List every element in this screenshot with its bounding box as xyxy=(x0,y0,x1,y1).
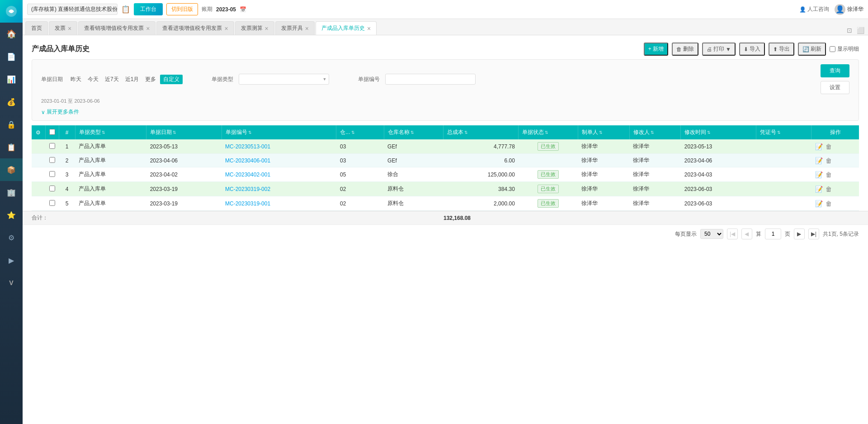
row-no: 3 xyxy=(59,167,75,182)
row-delete-button[interactable]: 🗑 xyxy=(826,143,832,150)
tab-sales-vat-close[interactable]: × xyxy=(146,25,150,32)
page-number-input[interactable] xyxy=(765,229,781,239)
print-button[interactable]: 🖨 打印 ▼ xyxy=(702,43,736,56)
row-number-link[interactable]: MC-20230513-001 xyxy=(225,143,270,150)
user-info[interactable]: 👤 徐泽华 xyxy=(835,4,863,15)
sidebar-item-inventory[interactable]: 📦 xyxy=(0,158,23,181)
row-checkbox[interactable] xyxy=(49,186,55,191)
row-delete-button[interactable]: 🗑 xyxy=(826,171,832,178)
last7days-btn[interactable]: 近7天 xyxy=(103,75,121,84)
th-cost[interactable]: 总成本⇅ xyxy=(443,125,518,139)
window-maximize-button[interactable]: ⬜ xyxy=(856,26,865,35)
th-modifier[interactable]: 修改人⇅ xyxy=(629,125,681,139)
tab-invoice-calc-close[interactable]: × xyxy=(265,25,269,32)
th-warehouse-name[interactable]: 仓库名称⇅ xyxy=(384,125,443,139)
sidebar-item-play[interactable]: ▶ xyxy=(0,249,23,272)
row-edit-button[interactable]: 📝 xyxy=(815,200,823,207)
sidebar-item-documents[interactable]: 📄 xyxy=(0,45,23,68)
import-button[interactable]: ⬇ 导入 xyxy=(739,43,765,56)
tab-purchase-vat[interactable]: 查看进项增值税专用发票 × xyxy=(156,21,234,35)
row-date: 2023-03-19 xyxy=(146,182,222,196)
th-warehouse-code[interactable]: 仓...⇅ xyxy=(336,125,384,139)
select-all-checkbox[interactable] xyxy=(49,129,55,135)
window-restore-button[interactable]: ⊡ xyxy=(846,26,853,35)
delete-button[interactable]: 🗑 删除 xyxy=(672,43,698,56)
tab-home[interactable]: 首页 xyxy=(25,21,48,35)
row-edit-button[interactable]: 📝 xyxy=(815,186,823,193)
more-btn[interactable]: 更多 xyxy=(143,75,158,84)
row-checkbox-cell xyxy=(45,167,59,182)
row-checkbox[interactable] xyxy=(49,200,55,206)
sidebar-item-star[interactable]: ⭐ xyxy=(0,204,23,226)
last-page-button[interactable]: ▶| xyxy=(808,229,819,239)
sidebar-item-version[interactable]: V xyxy=(0,272,23,294)
help-button[interactable]: 👤 人工咨询 xyxy=(799,5,829,13)
query-button[interactable]: 查询 xyxy=(821,64,849,77)
first-page-button[interactable]: |◀ xyxy=(727,229,738,239)
th-maker[interactable]: 制单人⇅ xyxy=(578,125,629,139)
tab-invoice-close[interactable]: × xyxy=(68,25,71,32)
row-delete-button[interactable]: 🗑 xyxy=(826,186,832,193)
row-delete-button[interactable]: 🗑 xyxy=(826,157,832,164)
tab-invoice-issue-close[interactable]: × xyxy=(305,25,309,32)
prev-page-button[interactable]: ◀ xyxy=(741,229,752,239)
row-number-link[interactable]: MC-20230402-001 xyxy=(225,172,270,178)
tab-purchase-vat-close[interactable]: × xyxy=(224,25,228,32)
row-number-link[interactable]: MC-20230406-001 xyxy=(225,157,270,164)
row-number-link[interactable]: MC-20230319-001 xyxy=(225,200,270,207)
row-edit-button[interactable]: 📝 xyxy=(815,171,823,178)
row-type: 产品入库单 xyxy=(75,154,146,167)
tab-product-in-close[interactable]: × xyxy=(367,25,371,32)
switch-version-button[interactable]: 切到旧版 xyxy=(166,3,198,15)
th-voucher[interactable]: 凭证号⇅ xyxy=(756,125,811,139)
th-number[interactable]: 单据编号⇅ xyxy=(222,125,336,139)
next-page-button[interactable]: ▶ xyxy=(794,229,805,239)
row-checkbox[interactable] xyxy=(49,157,55,163)
th-modify-time[interactable]: 修改时间⇅ xyxy=(681,125,756,139)
doc-icon[interactable]: 📋 xyxy=(121,5,130,14)
company-selector[interactable]: (库存核算) 直播轻抓通信息技术股份... ▼ xyxy=(27,4,118,15)
doc-type-select-wrapper xyxy=(239,74,329,85)
refresh-button[interactable]: 🔄 刷新 xyxy=(798,43,826,56)
th-settings[interactable]: ⚙ xyxy=(32,125,45,139)
calendar-icon[interactable]: 📅 xyxy=(240,6,246,13)
workbench-button[interactable]: 工作台 xyxy=(134,3,163,15)
row-checkbox[interactable] xyxy=(49,143,55,149)
export-button[interactable]: ⬆ 导出 xyxy=(769,43,794,56)
tab-product-in[interactable]: 产成品入库单历史 × xyxy=(316,21,377,35)
row-edit-button[interactable]: 📝 xyxy=(815,143,823,150)
sidebar-item-security[interactable]: 🔒 xyxy=(0,113,23,136)
last1month-btn[interactable]: 近1月 xyxy=(123,75,142,84)
doc-num-input[interactable] xyxy=(385,74,476,85)
sidebar-item-analytics[interactable]: 📊 xyxy=(0,68,23,91)
custom-btn[interactable]: 自定义 xyxy=(160,75,183,84)
th-checkbox[interactable] xyxy=(45,125,59,139)
th-status[interactable]: 单据状态⇅ xyxy=(519,125,578,139)
th-date[interactable]: 单据日期⇅ xyxy=(146,125,222,139)
sidebar-item-company[interactable]: 🏢 xyxy=(0,181,23,204)
sidebar-item-reports[interactable]: 📋 xyxy=(0,136,23,158)
row-delete-button[interactable]: 🗑 xyxy=(826,200,832,207)
expand-filter-button[interactable]: ∨ 展开更多条件 xyxy=(41,108,849,116)
today-btn[interactable]: 今天 xyxy=(85,75,101,84)
tab-invoice[interactable]: 发票 × xyxy=(49,21,77,35)
new-button[interactable]: + 新增 xyxy=(644,43,668,56)
app-logo[interactable] xyxy=(0,0,23,23)
tab-invoice-issue[interactable]: 发票开具 × xyxy=(275,21,315,35)
tab-sales-vat[interactable]: 查看销项增值税专用发票 × xyxy=(78,21,156,35)
row-number: MC-20230402-001 xyxy=(222,167,336,182)
yesterday-btn[interactable]: 昨天 xyxy=(68,75,84,84)
per-page-select[interactable]: 50 20 100 200 xyxy=(700,229,723,239)
sidebar-item-finance[interactable]: 💰 xyxy=(0,91,23,113)
row-checkbox[interactable] xyxy=(49,171,55,177)
sidebar-item-home[interactable]: 🏠 xyxy=(0,23,23,45)
show-detail-checkbox[interactable] xyxy=(830,46,835,52)
doc-type-select[interactable] xyxy=(239,74,329,85)
sidebar-item-settings[interactable]: ⚙ xyxy=(0,226,23,249)
row-edit-button[interactable]: 📝 xyxy=(815,157,823,164)
th-type[interactable]: 单据类型⇅ xyxy=(75,125,146,139)
page-label: 算 xyxy=(756,230,761,238)
tab-invoice-calc[interactable]: 发票测算 × xyxy=(235,21,274,35)
set-button[interactable]: 设置 xyxy=(821,81,849,94)
row-number-link[interactable]: MC-20230319-002 xyxy=(225,186,270,192)
